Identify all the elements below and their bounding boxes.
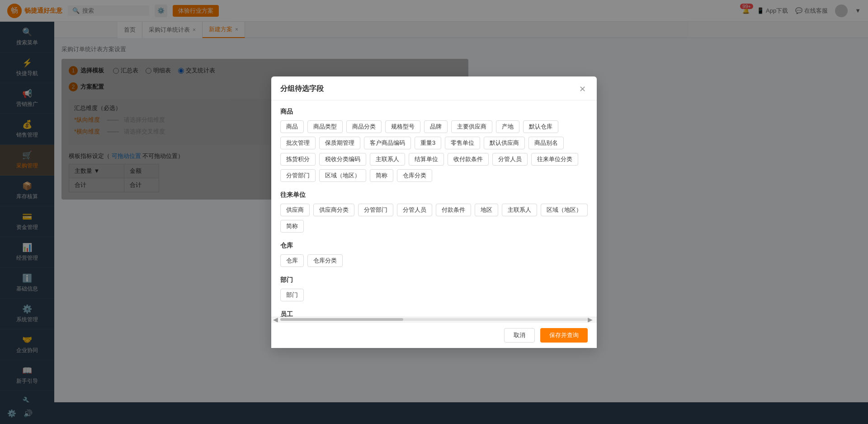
field-tag[interactable]: 默认供应商 xyxy=(484,137,525,149)
field-tag[interactable]: 收付款条件 xyxy=(448,153,489,166)
field-tag[interactable]: 拣货积分 xyxy=(280,153,316,166)
modal-close-button[interactable]: ✕ xyxy=(577,84,588,95)
field-tag[interactable]: 批次管理 xyxy=(280,137,316,149)
field-tag[interactable]: 分管人员 xyxy=(397,204,432,207)
field-tag[interactable]: 品牌 xyxy=(424,120,448,133)
field-tag[interactable]: 区域（地区） xyxy=(541,204,588,207)
field-tag[interactable]: 主联系人 xyxy=(370,153,405,166)
field-tag[interactable]: 商品别名 xyxy=(528,137,564,149)
section-partners-title: 往来单位 xyxy=(280,191,588,199)
field-tag[interactable]: 供应商 xyxy=(280,204,310,207)
section-goods-title: 商品 xyxy=(280,108,588,116)
field-tag[interactable]: 分管人员 xyxy=(492,153,528,166)
field-tag[interactable]: 主要供应商 xyxy=(451,120,492,133)
field-tag[interactable]: 默认仓库 xyxy=(523,120,558,133)
modal-title: 分组待选字段 xyxy=(280,84,324,94)
field-tag[interactable]: 简称 xyxy=(370,169,393,182)
modal-header: 分组待选字段 ✕ xyxy=(271,76,597,100)
field-tag[interactable]: 产地 xyxy=(496,120,519,133)
field-tag[interactable]: 地区 xyxy=(475,204,498,207)
modal-overlay: 分组待选字段 ✕ 商品 商品 商品类型 商品分类 规格型号 品牌 主要供应商 产… xyxy=(0,0,868,207)
field-tag[interactable]: 重量3 xyxy=(415,137,441,149)
modal-body: 商品 商品 商品类型 商品分类 规格型号 品牌 主要供应商 产地 默认仓库 批次… xyxy=(271,100,597,207)
section-goods: 商品 商品 商品类型 商品分类 规格型号 品牌 主要供应商 产地 默认仓库 批次… xyxy=(280,108,588,182)
field-tag[interactable]: 商品类型 xyxy=(307,120,343,133)
field-tag[interactable]: 客户商品编码 xyxy=(364,137,411,149)
field-tag[interactable]: 仓库分类 xyxy=(397,169,432,182)
field-tag[interactable]: 结算单位 xyxy=(409,153,444,166)
field-tag[interactable]: 分管部门 xyxy=(280,169,316,182)
field-tag[interactable]: 保质期管理 xyxy=(319,137,360,149)
field-selection-modal: 分组待选字段 ✕ 商品 商品 商品类型 商品分类 规格型号 品牌 主要供应商 产… xyxy=(271,76,597,207)
field-tag[interactable]: 零售单位 xyxy=(445,137,480,149)
field-tag[interactable]: 付款条件 xyxy=(436,204,471,207)
section-partners: 往来单位 供应商 供应商分类 分管部门 分管人员 付款条件 地区 主联系人 区域… xyxy=(280,191,588,207)
field-tag[interactable]: 供应商分类 xyxy=(313,204,354,207)
field-tag[interactable]: 规格型号 xyxy=(385,120,420,133)
field-tag[interactable]: 分管部门 xyxy=(358,204,393,207)
field-tag[interactable]: 区域（地区） xyxy=(319,169,366,182)
partners-fields: 供应商 供应商分类 分管部门 分管人员 付款条件 地区 主联系人 区域（地区） … xyxy=(280,204,588,207)
field-tag[interactable]: 税收分类编码 xyxy=(319,153,366,166)
goods-fields: 商品 商品类型 商品分类 规格型号 品牌 主要供应商 产地 默认仓库 批次管理 … xyxy=(280,120,588,182)
field-tag[interactable]: 商品 xyxy=(280,120,304,133)
field-tag[interactable]: 主联系人 xyxy=(502,204,537,207)
field-tag[interactable]: 商品分类 xyxy=(346,120,382,133)
field-tag[interactable]: 往来单位分类 xyxy=(531,153,578,166)
